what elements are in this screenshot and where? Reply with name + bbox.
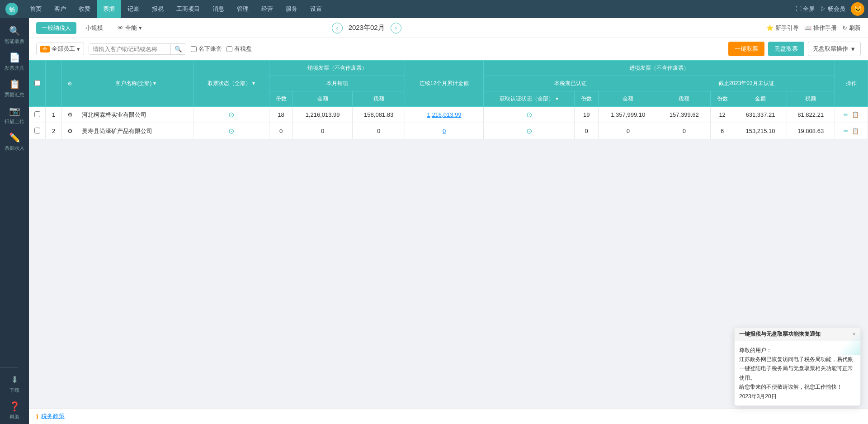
view-icon[interactable]: 📋 [852,111,859,118]
fullscreen-btn[interactable]: ⛶ 全屏 [796,5,815,13]
row-customer: 河北柯霖桦实业有限公司 [78,107,193,123]
row-month-shares: 0 [269,123,292,139]
logo[interactable]: 畅 [4,1,20,17]
tab-small-scale[interactable]: 小规模 [80,22,108,34]
select-all-checkbox[interactable] [34,80,40,86]
sidebar-item-invoice-open[interactable]: 📄 发票开具 [0,48,29,75]
th-uncertified: 截止2023年03月未认证 [658,76,835,91]
employee-dropdown-icon: ▾ [77,46,80,52]
prev-month-btn[interactable]: ‹ [332,23,343,33]
cert-status-icon: ⊙ [526,127,532,135]
th-checkbox [29,61,46,107]
nodisk-fetch-btn[interactable]: 无盘取票 [768,42,804,56]
refresh-link[interactable]: ↻ 刷新 [842,24,861,32]
next-month-btn[interactable]: › [391,23,401,33]
onekey-fetch-btn[interactable]: 一键取票 [728,42,764,56]
footer-icon: ℹ [36,413,38,420]
sidebar-item-invoice-summary[interactable]: 📋 票据汇总 [0,75,29,102]
newbie-guide-link[interactable]: ⭐ 新手引导 [766,24,799,32]
row-uncert-amount: 153,215.10 [734,123,787,139]
sidebar-item-scan-upload[interactable]: 📷 扫描上传 [0,102,29,129]
employee-selector[interactable]: 全 全部员工 ▾ [36,43,84,55]
nav-fee[interactable]: 收费 [72,0,97,18]
row-settings[interactable]: ⚙ [62,107,78,123]
invoice-summary-icon: 📋 [9,79,20,90]
row-month-amount: 1,216,013.99 [293,107,353,123]
top-nav-right: ⛶ 全屏 ▷ 畅会员 🐱 [796,2,864,16]
row-cert-status: ⊙ [483,107,575,123]
sidebar-item-help[interactable]: ❓ 帮助 [0,397,29,424]
row-customer: 灵寿县尚泽矿产品有限公司 [78,123,193,139]
th-sales-amount: 金额 [293,91,353,107]
nav-settings[interactable]: 设置 [304,0,328,18]
tab-general-label: 一般纳税人 [42,24,71,32]
row-12month-amount[interactable]: 0 [405,123,483,139]
search-input[interactable] [89,44,170,54]
manual-link[interactable]: 📖 操作手册 [804,24,837,32]
xiamian-checkbox-label[interactable]: 名下账套 [191,45,222,53]
nav-tax[interactable]: 报税 [146,0,170,18]
taxfree-label: 有税盘 [234,45,252,53]
row-month-shares: 18 [269,107,292,123]
nav-customer[interactable]: 客户 [48,0,72,18]
sidebar: 🔍 智能取票 📄 发票开具 📋 票据汇总 📷 扫描上传 ✏️ 票据录入 ⬇ 下载 [0,18,29,424]
vip-btn[interactable]: ▷ 畅会员 [820,5,845,13]
row-checkbox[interactable] [29,123,46,139]
th-customer: 客户名称(全部) ▾ [78,61,193,107]
xiamian-checkbox[interactable] [191,46,197,52]
nav-home[interactable]: 首页 [24,0,48,18]
sidebar-item-smart-fetch[interactable]: 🔍 智能取票 [0,22,29,48]
sidebar-item-download[interactable]: ⬇ 下载 [0,371,29,397]
sub-tabs-bar: 一般纳税人 小规模 👁 全能 ▾ ‹ 2023年02月 › ⭐ 新手引导 📖 操… [29,18,868,38]
search-button[interactable]: 🔍 [170,44,186,54]
th-uncert-tax: 税额 [787,91,835,107]
edit-icon[interactable]: ✏ [844,128,849,134]
sidebar-label-invoice-entry: 票据录入 [5,145,24,152]
row-select-checkbox[interactable] [34,111,40,117]
row-checkbox[interactable] [29,107,46,123]
tab-all-icon: 👁 [118,24,123,31]
sidebar-item-invoice-entry[interactable]: ✏️ 票据录入 [0,129,29,155]
row-num: 2 [46,123,62,139]
nav-business[interactable]: 工商项目 [170,0,206,18]
invoice-open-icon: 📄 [9,52,20,63]
toolbar: 全 全部员工 ▾ 🔍 名下账套 有税盘 一键取票 无盘取票 无盘取票操作 [29,38,868,60]
toolbar-right-buttons: 一键取票 无盘取票 无盘取票操作 ▼ [728,42,861,56]
tab-all[interactable]: 👁 全能 ▾ [112,22,147,34]
row-uncert-tax: 19,808.63 [787,123,835,139]
nav-manage[interactable]: 管理 [231,0,255,18]
notif-decoration [824,328,860,355]
nav-message[interactable]: 消息 [206,0,231,18]
sidebar-label-invoice-open: 发票开具 [5,65,24,71]
edit-icon[interactable]: ✏ [844,111,849,118]
row-12month-amount[interactable]: 1,216,013.99 [405,107,483,123]
scan-upload-icon: 📷 [9,105,20,116]
row-cert-status: ⊙ [483,123,575,139]
notification-popup: 一键报税与无盘取票功能恢复通知 × 尊敬的用户： 江苏政务网已恢复访问电子税务局… [734,327,861,406]
row-select-checkbox[interactable] [34,128,40,133]
smart-fetch-icon: 🔍 [9,25,20,36]
main-table: ⚙ 客户名称(全部) ▾ 取票状态（全部） ▾ 销项发票（不含作废票） 连续12… [29,60,868,139]
tab-all-label: 全能 [125,24,137,32]
row-settings[interactable]: ⚙ [62,123,78,139]
sidebar-label-scan-upload: 扫描上传 [5,118,24,125]
taxfree-checkbox[interactable] [226,46,232,52]
row-cert-amount: 1,357,999.10 [598,107,658,123]
tab-general-taxpayer[interactable]: 一般纳税人 [36,22,76,34]
nodisk-ops-btn[interactable]: 无盘取票操作 ▼ [808,42,861,56]
taxfree-checkbox-label[interactable]: 有税盘 [226,45,252,53]
view-icon[interactable]: 📋 [852,128,859,134]
row-uncert-tax: 81,822.21 [787,107,835,123]
row-num: 1 [46,107,62,123]
nav-operation[interactable]: 经营 [255,0,279,18]
nav-invoice[interactable]: 票据 [97,0,121,18]
nav-bookkeeping[interactable]: 记账 [121,0,146,18]
employee-badge: 全 [40,46,50,52]
user-avatar[interactable]: 🐱 [851,2,864,16]
th-12month: 连续12个月累计金额 [405,61,483,107]
footer-tax-policy-link[interactable]: 税务政策 [41,412,65,420]
nav-service[interactable]: 服务 [279,0,304,18]
table-row: 2 ⚙ 灵寿县尚泽矿产品有限公司 ⊙ 0 0 0 0 ⊙ 0 0 0 6 153… [29,123,868,139]
row-operation: ✏ 📋 [835,123,868,139]
sidebar-separator [0,367,18,368]
